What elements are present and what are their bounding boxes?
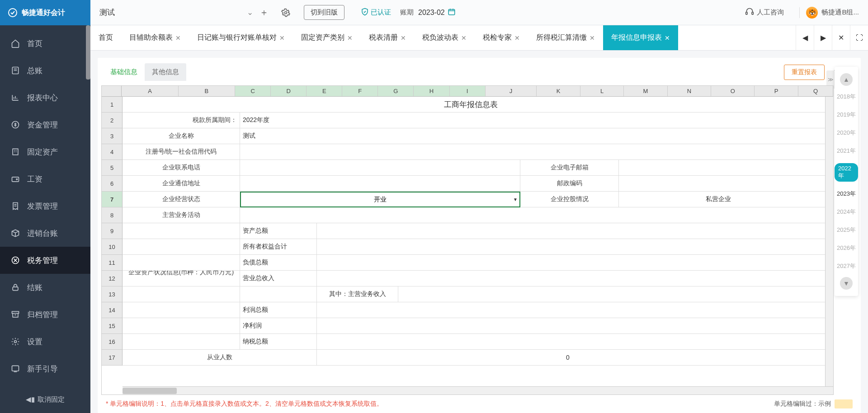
total-assets-value[interactable] <box>317 223 819 239</box>
user-menu[interactable]: 🐯 畅捷通B组... <box>806 7 859 19</box>
year-2023[interactable]: 2023年 <box>837 185 856 203</box>
nav-ledger[interactable]: 总账 <box>0 57 90 84</box>
tab-home[interactable]: 首页 <box>90 25 121 50</box>
row-3[interactable]: 3 <box>102 128 123 144</box>
row-4[interactable]: 4 <box>102 144 123 160</box>
unpin-button[interactable]: ◀▮ 取消固定 <box>0 390 90 408</box>
holding-value[interactable]: 私营企业 <box>619 192 818 207</box>
close-icon[interactable]: ✕ <box>347 34 353 42</box>
company-dropdown[interactable]: 测试 ⌄ <box>99 7 253 18</box>
row-12[interactable]: 12 <box>102 271 123 286</box>
address-value[interactable] <box>240 176 520 191</box>
year-2020[interactable]: 2020年 <box>837 124 856 142</box>
row-13[interactable]: 13 <box>102 286 123 302</box>
period-value-cell[interactable]: 2022年度 <box>240 113 819 128</box>
tab-close-all-button[interactable]: ✕ <box>832 25 850 51</box>
nav-funds[interactable]: 资金管理 <box>0 111 90 138</box>
fullscreen-button[interactable]: ⛶ <box>850 25 868 51</box>
row-5[interactable]: 5 <box>102 160 123 176</box>
nav-home[interactable]: 首页 <box>0 30 90 57</box>
vertical-scrollbar[interactable] <box>825 97 833 386</box>
equity-value[interactable] <box>317 239 819 254</box>
year-down-button[interactable]: ▼ <box>840 277 853 290</box>
year-2019[interactable]: 2019年 <box>837 106 856 124</box>
close-icon[interactable]: ✕ <box>175 34 181 42</box>
row-1[interactable]: 1 <box>102 97 123 113</box>
panel-tab-other[interactable]: 其他信息 <box>145 63 186 81</box>
add-button[interactable]: ＋ <box>256 5 272 21</box>
col-H[interactable]: H <box>414 86 449 96</box>
close-icon[interactable]: ✕ <box>461 34 467 42</box>
col-G[interactable]: G <box>378 86 414 96</box>
period-value[interactable]: 2023-02 <box>418 9 445 17</box>
select-all-corner[interactable] <box>102 86 122 96</box>
col-C[interactable]: C <box>235 86 271 96</box>
nav-settings[interactable]: 设置 <box>0 328 90 355</box>
row-10[interactable]: 10 <box>102 239 123 255</box>
nav-salary[interactable]: 工资 <box>0 165 90 192</box>
reg-code-value[interactable] <box>240 144 819 160</box>
col-D[interactable]: D <box>271 86 307 96</box>
nav-assets[interactable]: 固定资产 <box>0 138 90 165</box>
col-Q[interactable]: Q <box>798 86 833 96</box>
tab-balance[interactable]: 目辅助余额表✕ <box>121 25 189 50</box>
postcode-value[interactable] <box>619 176 818 191</box>
col-N[interactable]: N <box>668 86 711 96</box>
row-11[interactable]: 11 <box>102 255 123 271</box>
tab-income-tax[interactable]: 所得税汇算清缴✕ <box>528 25 603 50</box>
year-2025[interactable]: 2025年 <box>837 221 856 239</box>
panel-tab-basic[interactable]: 基础信息 <box>103 63 145 81</box>
close-icon[interactable]: ✕ <box>590 34 595 42</box>
cell-grid[interactable]: 工商年报信息表 税款所属期间： 2022年度 企业名称 测试 注册号/统一社会信… <box>123 97 833 366</box>
nav-tax[interactable]: 税务管理 <box>0 247 90 274</box>
liabilities-value[interactable] <box>317 255 819 270</box>
row-6[interactable]: 6 <box>102 176 123 192</box>
tab-tax-expert[interactable]: 税检专家✕ <box>475 25 528 50</box>
tab-asset-category[interactable]: 固定资产类别✕ <box>293 25 361 50</box>
net-profit-value[interactable] <box>317 318 819 333</box>
row-17[interactable]: 17 <box>102 350 123 366</box>
nav-closing[interactable]: 结账 <box>0 274 90 301</box>
consult-button[interactable]: 人工咨询 <box>745 7 784 18</box>
main-revenue-value[interactable] <box>398 286 819 302</box>
dropdown-icon[interactable]: ▼ <box>513 197 518 202</box>
horizontal-scrollbar[interactable] <box>123 386 833 394</box>
col-K[interactable]: K <box>537 86 580 96</box>
col-M[interactable]: M <box>624 86 667 96</box>
settings-button[interactable] <box>278 5 294 21</box>
nav-reports[interactable]: 报表中心 <box>0 84 90 111</box>
nav-archive[interactable]: 归档管理 <box>0 301 90 328</box>
row-15[interactable]: 15 <box>102 318 123 334</box>
tab-tax-book[interactable]: 税表清册✕ <box>361 25 414 50</box>
revenue-value[interactable] <box>317 271 819 286</box>
year-up-button[interactable]: ▲ <box>840 73 853 86</box>
email-value[interactable] <box>619 160 818 175</box>
col-F[interactable]: F <box>342 86 378 96</box>
row-8[interactable]: 8 <box>102 207 123 223</box>
row-9[interactable]: 9 <box>102 223 123 239</box>
old-version-button[interactable]: 切到旧版 <box>304 5 344 20</box>
calendar-icon[interactable] <box>448 8 456 18</box>
nav-guide[interactable]: 新手引导 <box>0 355 90 382</box>
main-biz-value[interactable] <box>240 207 819 223</box>
row-16[interactable]: 16 <box>102 334 123 350</box>
tax-total-value[interactable] <box>317 334 819 349</box>
nav-invoice[interactable]: 发票管理 <box>0 192 90 220</box>
company-name-value[interactable]: 测试 <box>240 128 819 144</box>
col-J[interactable]: J <box>486 86 537 96</box>
row-2[interactable]: 2 <box>102 113 123 128</box>
sidebar-scrollbar[interactable] <box>86 25 90 80</box>
employees-value[interactable]: 0 <box>317 350 819 365</box>
col-P[interactable]: P <box>755 86 798 96</box>
year-2021[interactable]: 2021年 <box>837 142 856 160</box>
close-icon[interactable]: ✕ <box>665 34 670 42</box>
nav-inventory[interactable]: 进销台账 <box>0 220 90 247</box>
tab-tax-fluctuation[interactable]: 税负波动表✕ <box>414 25 475 50</box>
col-I[interactable]: I <box>450 86 486 96</box>
reset-button[interactable]: 重置报表 <box>784 65 825 80</box>
col-B[interactable]: B <box>179 86 235 96</box>
tab-prev-button[interactable]: ◀ <box>796 25 814 51</box>
close-icon[interactable]: ✕ <box>401 34 406 42</box>
year-2018[interactable]: 2018年 <box>837 88 856 106</box>
tab-annual-report[interactable]: 年报信息申报表✕ <box>603 25 678 50</box>
